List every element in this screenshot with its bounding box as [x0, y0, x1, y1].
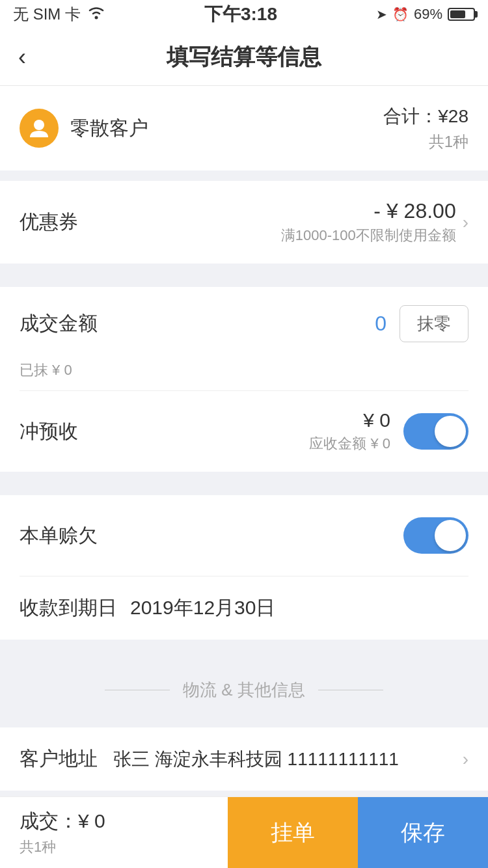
alarm-icon: ⏰ — [392, 7, 409, 22]
page-title: 填写结算等信息 — [167, 42, 321, 72]
logistics-section: 物流 & 其他信息 — [0, 663, 488, 717]
address-row[interactable]: 客户地址 张三 海淀永丰科技园 11111111111 › — [0, 727, 488, 791]
charge-label: 冲预收 — [20, 418, 78, 445]
customer-row: 零散客户 合计：¥28 共1种 — [0, 86, 488, 170]
status-right: ➤ ⏰ 69% — [376, 6, 475, 23]
bottom-deal: 成交：¥ 0 — [20, 808, 208, 835]
wifi-icon — [87, 5, 105, 23]
coupon-value-block: - ¥ 28.00 满1000-100不限制使用金额 — [281, 199, 456, 245]
debt-section: 本单赊欠 收款到期日 2019年12月30日 — [0, 495, 488, 640]
address-label: 客户地址 — [20, 746, 98, 772]
transaction-row: 成交金额 0 抹零 — [0, 287, 488, 360]
transaction-sub: 已抹 ¥ 0 — [0, 360, 488, 390]
round-button[interactable]: 抹零 — [400, 305, 468, 342]
logistics-line-right — [318, 690, 383, 690]
deal-amount: ¥ 0 — [78, 810, 105, 832]
save-button[interactable]: 保存 — [358, 797, 488, 869]
due-date-value: 2019年12月30日 — [130, 595, 275, 621]
back-button[interactable]: ‹ — [18, 44, 26, 71]
carrier-text: 无 SIM 卡 — [13, 4, 81, 25]
hang-button[interactable]: 挂单 — [228, 797, 358, 869]
deal-label: 成交： — [20, 810, 78, 832]
transaction-label: 成交金额 — [20, 310, 98, 337]
battery-percent: 69% — [414, 6, 442, 23]
coupon-desc: 满1000-100不限制使用金额 — [281, 226, 456, 245]
coupon-amount: - ¥ 28.00 — [281, 199, 456, 223]
coupon-row[interactable]: 优惠券 - ¥ 28.00 满1000-100不限制使用金额 › — [0, 181, 488, 264]
transaction-section: 成交金额 0 抹零 已抹 ¥ 0 冲预收 ¥ 0 应收金额 ¥ 0 — [0, 287, 488, 472]
content: 零散客户 合计：¥28 共1种 优惠券 - ¥ 28.00 满1000-100不… — [0, 86, 488, 868]
charge-right: ¥ 0 应收金额 ¥ 0 — [309, 409, 468, 454]
section-separator-3 — [0, 650, 488, 663]
charge-amount: ¥ 0 — [309, 409, 390, 431]
svg-point-0 — [95, 16, 98, 20]
battery-icon — [448, 8, 475, 21]
charge-row: 冲预收 ¥ 0 应收金额 ¥ 0 — [0, 391, 488, 472]
logistics-title: 物流 & 其他信息 — [183, 679, 305, 701]
toggle-knob — [435, 416, 466, 447]
debt-label: 本单赊欠 — [20, 522, 98, 549]
status-left: 无 SIM 卡 — [13, 4, 105, 25]
debt-row: 本单赊欠 — [0, 495, 488, 576]
bottom-bar: 成交：¥ 0 共1种 挂单 保存 — [0, 796, 488, 868]
due-date-row[interactable]: 收款到期日 2019年12月30日 — [0, 576, 488, 640]
customer-section: 零散客户 合计：¥28 共1种 — [0, 86, 488, 170]
section-separator-2 — [0, 482, 488, 495]
customer-total: 合计：¥28 — [383, 104, 468, 129]
logistics-line-left — [105, 690, 170, 690]
location-icon: ➤ — [376, 7, 387, 22]
address-section: 客户地址 张三 海淀永丰科技园 11111111111 › — [0, 727, 488, 791]
debt-toggle[interactable] — [403, 517, 468, 554]
transaction-right: 0 抹零 — [375, 305, 468, 342]
bottom-count: 共1种 — [20, 837, 208, 857]
due-date-label: 收款到期日 — [20, 595, 117, 621]
charge-values: ¥ 0 应收金额 ¥ 0 — [309, 409, 390, 454]
status-time: 下午3:18 — [204, 2, 277, 27]
avatar — [20, 109, 59, 148]
transaction-value: 0 — [375, 312, 386, 336]
nav-bar: ‹ 填写结算等信息 — [0, 29, 488, 86]
bottom-summary: 成交：¥ 0 共1种 — [0, 808, 228, 857]
chevron-right-icon: › — [463, 212, 468, 233]
charge-sub: 应收金额 ¥ 0 — [309, 434, 390, 454]
chevron-right-address-icon: › — [463, 749, 468, 770]
coupon-label: 优惠券 — [20, 209, 78, 236]
charge-toggle[interactable] — [403, 413, 468, 450]
section-separator-1 — [0, 274, 488, 287]
address-value: 张三 海淀永丰科技园 11111111111 — [113, 747, 463, 772]
customer-name: 零散客户 — [70, 115, 148, 142]
logistics-title-row: 物流 & 其他信息 — [105, 679, 383, 701]
svg-point-1 — [34, 120, 44, 130]
coupon-right: - ¥ 28.00 满1000-100不限制使用金额 › — [281, 199, 468, 245]
customer-left: 零散客户 — [20, 109, 148, 148]
coupon-section: 优惠券 - ¥ 28.00 满1000-100不限制使用金额 › — [0, 181, 488, 264]
status-bar: 无 SIM 卡 下午3:18 ➤ ⏰ 69% — [0, 0, 488, 29]
customer-count: 共1种 — [383, 131, 468, 152]
customer-summary: 合计：¥28 共1种 — [383, 104, 468, 152]
toggle-knob-2 — [435, 520, 466, 551]
